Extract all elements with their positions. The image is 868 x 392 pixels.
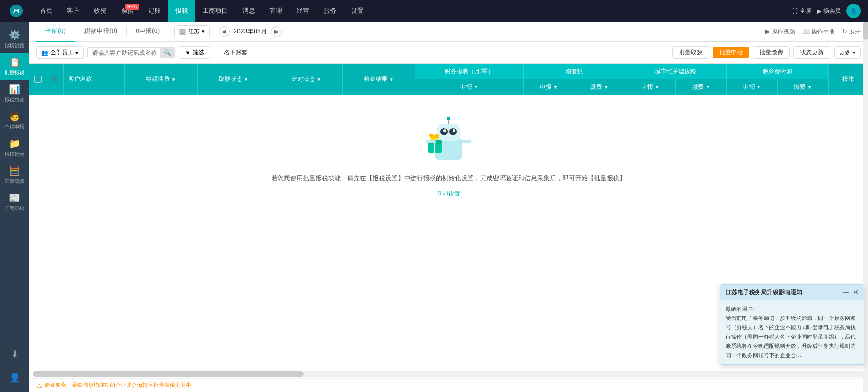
th-vat-pay: 缴费 ▼ [574, 79, 625, 95]
batch-tax-icon: 📋 [9, 57, 20, 67]
nav-home[interactable]: 首页 [33, 0, 60, 22]
popup-content: 尊敬的用户: 受当前电子税务局进一步升级的影响，同一个政务网账号（办税人）名下的… [726, 305, 859, 360]
check-filter-icon[interactable]: ▼ [389, 77, 394, 82]
sidebar-item-tax-overview[interactable]: 📊 报税总览 [0, 80, 29, 107]
th-financial-declare: 申报 ▼ [415, 79, 524, 95]
robot-illustration [421, 113, 476, 167]
batch-fetch-button[interactable]: 批量取数 [672, 46, 709, 59]
popup-close-button[interactable]: ✕ [853, 289, 859, 296]
tab-tax-declare[interactable]: 税款申报(0) [75, 22, 126, 42]
empty-state: 若您想使用批量报税功能，请先在【报税设置】中进行报税的初始化设置，完成密码验证和… [29, 95, 868, 216]
period-prev-button[interactable]: ◀ [219, 26, 230, 37]
popup-body: 尊敬的用户: 受当前电子税务局进一步升级的影响，同一个政务网账号（办税人）名下的… [720, 300, 864, 364]
nav-business[interactable]: 工商项目 [195, 0, 235, 22]
edu-pay-filter-icon[interactable]: ▼ [807, 85, 812, 90]
period-text: 2023年05月 [233, 28, 267, 36]
warning-icon: ⚠ [36, 382, 42, 389]
search-button[interactable]: 🔍 [160, 48, 175, 58]
filter-icon: ▼ [185, 49, 191, 56]
nav-settings[interactable]: 设置 [344, 0, 371, 22]
member-button[interactable]: ▶ 畅会员 [817, 7, 841, 15]
setup-link[interactable]: 立即设置 [437, 190, 460, 198]
logo[interactable] [7, 2, 25, 20]
svg-point-15 [434, 134, 439, 139]
nav-invoice[interactable]: 票据 NEW [114, 0, 141, 22]
region-selector[interactable]: 🏢 江苏 ▾ [174, 25, 210, 38]
more-button[interactable]: 更多 ▾ [834, 46, 861, 59]
operation-manual-link[interactable]: 📖 操作手册 [802, 28, 835, 36]
fetch-filter-icon[interactable]: ▼ [244, 77, 249, 82]
scroll-thumb[interactable] [33, 371, 304, 377]
batch-pay-button[interactable]: 批量缴费 [753, 46, 790, 59]
sidebar-bottom: ⬇ 👤 [4, 343, 25, 392]
popup-minimize-icon[interactable]: — [843, 289, 849, 296]
user-avatar[interactable]: 👤 [846, 4, 861, 18]
right-scrollbar-thumb[interactable] [863, 22, 868, 40]
status-update-button[interactable]: 状态更新 [793, 46, 830, 59]
nav-right-actions: ⛶ 全屏 ▶ 畅会员 👤 [792, 4, 861, 18]
annual-report-icon: 📰 [9, 192, 20, 203]
batch-declare-button[interactable]: 批量申报 [713, 47, 749, 58]
svg-point-2 [17, 9, 19, 11]
tax-overview-icon: 📊 [9, 84, 20, 95]
sidebar-download[interactable]: ⬇ [4, 343, 25, 365]
nav-services[interactable]: 服务 [316, 0, 344, 22]
th-vat-declare: 申报 ▼ [523, 79, 574, 95]
sub-accounts-checkbox[interactable] [214, 49, 221, 56]
svg-point-10 [447, 117, 450, 120]
period-next-button[interactable]: ▶ [271, 26, 282, 37]
search-input[interactable] [88, 48, 160, 58]
sidebar-item-annual-settlement[interactable]: 🧮 汇算清缴 [0, 161, 29, 188]
nav-billing[interactable]: 收费 [87, 0, 114, 22]
nav-operations[interactable]: 经营 [289, 0, 316, 22]
fullscreen-button[interactable]: ⛶ 全屏 [792, 7, 811, 15]
status-bar: ⚠ 验证账密、采集信息均成功的企业才会流转至批量报税页面中 [29, 378, 868, 392]
sidebar-item-personal-tax[interactable]: 🧑 个税申报 [0, 107, 29, 134]
checkbox-label[interactable]: 名下账套 [214, 48, 247, 57]
filter-button[interactable]: ▼ 筛选 [179, 46, 210, 59]
nav-messages[interactable]: 消息 [235, 0, 262, 22]
svg-point-1 [14, 9, 15, 11]
tab-zero-declare[interactable]: 0申报(0) [127, 22, 169, 42]
tab-all[interactable]: 全部(0) [36, 22, 75, 42]
popup-header: 江苏电子税务局升级影响通知 — ✕ [720, 285, 864, 300]
th-operations: 操作 [828, 64, 868, 95]
personal-tax-icon: 🧑 [9, 111, 20, 122]
select-all-checkbox[interactable] [34, 76, 42, 83]
nav-management[interactable]: 管理 [262, 0, 289, 22]
sidebar-item-tax-records[interactable]: 📁 报税记录 [0, 134, 29, 161]
edu-declare-filter-icon[interactable]: ▼ [756, 85, 761, 90]
scroll-track[interactable] [33, 371, 864, 377]
th-check-result: 检查结果 ▼ [343, 64, 415, 95]
th-fetch-status: 取数状态 ▼ [197, 64, 270, 95]
column-settings-icon[interactable]: ⚙ [52, 76, 58, 83]
refresh-icon: ↻ [842, 28, 847, 35]
th-edu-declare: 申报 ▼ [726, 79, 777, 95]
sidebar-item-annual-report[interactable]: 📰 工商年报 [0, 188, 29, 215]
sidebar-item-tax-settings[interactable]: ⚙️ 报税设置 [0, 25, 29, 53]
nav-tax[interactable]: 报税 [168, 0, 195, 22]
sidebar-profile[interactable]: 👤 [4, 367, 25, 388]
urban-declare-filter-icon[interactable]: ▼ [655, 85, 659, 90]
notification-popup: 江苏电子税务局升级影响通知 — ✕ 尊敬的用户: 受当前电子税务局进一步升级的影… [720, 284, 864, 365]
video-icon: ▶ [765, 28, 770, 35]
th-urban-pay: 缴费 ▼ [676, 79, 726, 95]
svg-rect-17 [426, 140, 436, 143]
employee-selector[interactable]: 👥 全部员工 ▾ [36, 46, 84, 59]
compare-filter-icon[interactable]: ▼ [316, 77, 321, 82]
sidebar-item-batch-tax[interactable]: 📋 批量报税 [0, 53, 29, 80]
tab-bar: 全部(0) 税款申报(0) 0申报(0) 🏢 江苏 ▾ ◀ 2023年05月 ▶… [29, 22, 868, 42]
region-icon: 🏢 [179, 28, 186, 35]
refresh-link[interactable]: ↻ 展开 [842, 28, 861, 36]
tax-settings-icon: ⚙️ [9, 29, 20, 40]
operation-video-link[interactable]: ▶ 操作视频 [765, 28, 795, 36]
employee-icon: 👥 [41, 49, 48, 56]
fin-declare-filter-icon[interactable]: ▼ [474, 85, 478, 90]
vat-pay-filter-icon[interactable]: ▼ [604, 85, 609, 90]
toolbar: 👥 全部员工 ▾ 🔍 ▼ 筛选 名下账套 批量取数 批量申报 批量缴费 状态更新… [29, 42, 868, 64]
tax-nature-filter-icon[interactable]: ▼ [171, 77, 176, 82]
vat-declare-filter-icon[interactable]: ▼ [553, 85, 558, 90]
nav-client[interactable]: 客户 [60, 0, 87, 22]
nav-accounting[interactable]: 记账 [141, 0, 168, 22]
urban-pay-filter-icon[interactable]: ▼ [706, 85, 710, 90]
